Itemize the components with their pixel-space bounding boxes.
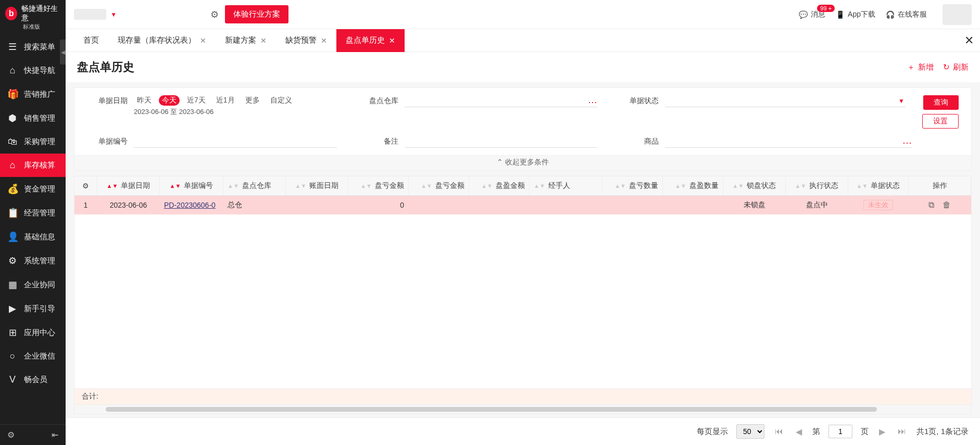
col-loss-qty[interactable]: ▲▼盘亏数量 (602, 176, 663, 195)
product-input[interactable] (665, 136, 912, 148)
col-loss-amt2[interactable]: ▲▼盘亏金额 (409, 176, 469, 195)
sidebar-item-7[interactable]: 📋经营管理 (0, 201, 66, 225)
ellipsis-icon[interactable]: ⋯ (902, 137, 911, 148)
date-chip-0[interactable]: 昨天 (134, 95, 155, 106)
close-icon[interactable]: ✕ (389, 36, 395, 45)
chevron-down-icon: ▼ (110, 11, 117, 18)
close-icon[interactable]: ✕ (200, 36, 206, 45)
col-lock[interactable]: ▲▼锁盘状态 (723, 176, 786, 195)
nav-icon: ▶ (7, 303, 18, 314)
tab-2[interactable]: 新建方案✕ (216, 29, 276, 52)
status-select[interactable] (665, 95, 906, 107)
sidebar-item-10[interactable]: ▦企业协同 (0, 273, 66, 297)
nav-label: 采购管理 (24, 137, 55, 147)
sidebar-item-12[interactable]: ⊞应用中心 (0, 321, 66, 345)
chevron-down-icon[interactable]: ▼ (898, 97, 904, 105)
col-warehouse[interactable]: ▲▼盘点仓库 (223, 176, 286, 195)
col-loss-amt[interactable]: ▲▼盘亏金额 (348, 176, 409, 195)
col-gain-amt[interactable]: ▲▼盘盈金额 (469, 176, 530, 195)
sidebar-item-6[interactable]: 💰资金管理 (0, 177, 66, 201)
table-row[interactable]: 12023-06-06PD-20230606-0总仓0未锁盘盘点中未生效⧉🗑 (74, 196, 971, 214)
sidebar-item-5[interactable]: ⌂库存核算 (0, 154, 66, 177)
close-icon[interactable]: ✕ (260, 36, 267, 45)
per-page-label: 每页显示 (697, 427, 728, 437)
next-page-button[interactable]: ▶ (877, 427, 887, 437)
messages-button[interactable]: 💬 消息 99 + (799, 10, 825, 19)
tab-0[interactable]: 首页 (74, 29, 108, 52)
col-code[interactable]: ▲▼单据编号 (160, 176, 223, 195)
total-row: 合计: (74, 388, 971, 404)
collapse-filters-button[interactable]: ⌃ 收起更多条件 (74, 155, 971, 170)
nav-icon: V (7, 374, 18, 385)
cell-person (530, 196, 602, 214)
nav-label: 快捷导航 (24, 66, 55, 75)
search-button[interactable]: 查询 (923, 95, 959, 110)
avatar[interactable] (943, 4, 972, 25)
horizontal-scrollbar[interactable] (74, 404, 971, 414)
view-icon[interactable]: ⧉ (928, 200, 934, 210)
sidebar-item-13[interactable]: ○企业微信 (0, 345, 66, 368)
industry-cta-button[interactable]: 体验行业方案 (225, 5, 288, 23)
tab-label: 现存量（库存状况表） (118, 35, 196, 45)
first-page-button[interactable]: ⏮ (773, 427, 785, 436)
close-icon[interactable]: ✕ (321, 36, 327, 45)
support-button[interactable]: 🎧 在线客服 (886, 10, 927, 19)
app-download-button[interactable]: 📱 App下载 (836, 10, 875, 19)
date-chip-2[interactable]: 近7天 (184, 95, 209, 106)
nav-label: 搜索菜单 (24, 42, 55, 52)
remark-input[interactable] (405, 136, 597, 148)
gear-icon[interactable]: ⚙ (210, 9, 219, 20)
cell-code[interactable]: PD-20230606-0 (160, 196, 223, 214)
support-label: 在线客服 (898, 10, 927, 19)
sidebar-item-4[interactable]: 🛍采购管理 (0, 130, 66, 154)
sidebar-item-2[interactable]: 🎁营销推广 (0, 82, 66, 106)
tab-3[interactable]: 缺货预警✕ (276, 29, 336, 52)
nav-label: 基础信息 (24, 232, 55, 242)
ellipsis-icon[interactable]: ⋯ (588, 96, 596, 108)
refresh-button[interactable]: ↻ 刷新 (943, 62, 969, 72)
new-button[interactable]: ＋ 新增 (907, 62, 934, 72)
last-page-button[interactable]: ⏭ (896, 427, 908, 436)
col-date[interactable]: ▲▼单据日期 (97, 176, 160, 195)
col-exec[interactable]: ▲▼执行状态 (786, 176, 848, 195)
tab-label: 缺货预警 (285, 35, 317, 45)
nav-label: 营销推广 (24, 90, 55, 99)
sidebar-item-3[interactable]: ⬢销售管理 (0, 106, 66, 130)
per-page-select[interactable]: 50 (736, 424, 764, 439)
brand-edition: 标准版 (0, 23, 66, 35)
settings-icon[interactable]: ⚙ (7, 430, 15, 440)
sidebar-item-14[interactable]: V畅会员 (0, 368, 66, 391)
date-chip-1[interactable]: 今天 (159, 95, 180, 106)
collapse-icon[interactable]: ⇤ (52, 430, 58, 440)
date-from: 2023-06-06 (134, 108, 169, 116)
col-book-date[interactable]: ▲▼账面日期 (286, 176, 348, 195)
date-chip-3[interactable]: 近1月 (213, 95, 238, 106)
col-status[interactable]: ▲▼单据状态 (848, 176, 909, 195)
prev-page-button[interactable]: ◀ (794, 427, 804, 437)
cell-gain-qty (663, 196, 723, 214)
nav-icon: ⌂ (7, 65, 18, 76)
column-config-button[interactable]: ⚙ (74, 176, 97, 195)
sidebar-item-9[interactable]: ⚙系统管理 (0, 249, 66, 273)
close-all-tabs-icon[interactable]: ✕ (964, 34, 974, 47)
col-person[interactable]: ▲▼经手人 (530, 176, 602, 195)
settings-button[interactable]: 设置 (922, 114, 959, 129)
date-chips: 昨天今天近7天近1月更多自定义 (134, 95, 337, 106)
delete-icon[interactable]: 🗑 (943, 200, 951, 210)
date-chip-4[interactable]: 更多 (242, 95, 263, 106)
tab-1[interactable]: 现存量（库存状况表）✕ (108, 29, 216, 52)
col-gain-qty[interactable]: ▲▼盘盈数量 (663, 176, 723, 195)
org-selector[interactable]: ▼ (74, 9, 204, 20)
sidebar-item-11[interactable]: ▶新手引导 (0, 297, 66, 321)
date-to: 2023-06-06 (179, 108, 214, 116)
nav-label: 企业协同 (24, 280, 55, 290)
warehouse-input[interactable] (405, 95, 597, 107)
sidebar-item-8[interactable]: 👤基础信息 (0, 225, 66, 249)
sidebar-item-1[interactable]: ⌂快捷导航 (0, 59, 66, 82)
page-input[interactable] (828, 425, 852, 438)
code-input[interactable] (134, 136, 337, 148)
date-chip-5[interactable]: 自定义 (267, 95, 295, 106)
cell-stat: 未生效 (848, 196, 909, 214)
tab-4[interactable]: 盘点单历史✕ (336, 29, 405, 52)
sidebar-item-0[interactable]: ☰搜索菜单 (0, 35, 66, 59)
